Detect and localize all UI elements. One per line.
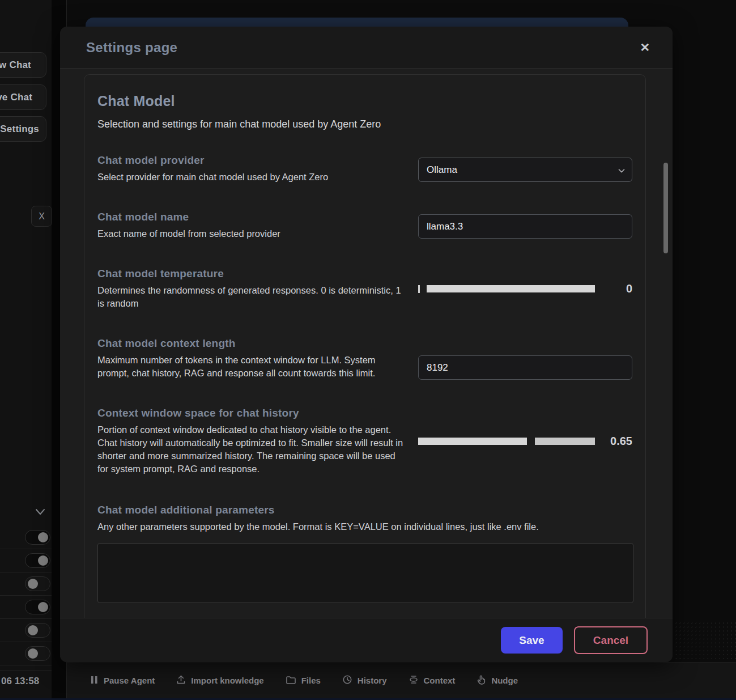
toolbar-label: Context bbox=[424, 676, 456, 685]
chevron-down-icon[interactable] bbox=[33, 506, 47, 517]
sidebar-item-new-chat[interactable]: w Chat bbox=[0, 52, 46, 78]
modal-header: Settings page ✕ bbox=[60, 27, 673, 69]
field-text: Chat model name Exact name of model from… bbox=[97, 211, 405, 240]
clock-icon bbox=[342, 674, 352, 686]
field-description: Exact name of model from selected provid… bbox=[97, 227, 405, 240]
settings-modal: Settings page ✕ Chat Model Selection and… bbox=[60, 27, 673, 662]
section-description: Selection and settings for main chat mod… bbox=[97, 118, 632, 130]
history-button[interactable]: History bbox=[342, 674, 387, 686]
toolbar-label: Nudge bbox=[491, 676, 518, 685]
slider-track[interactable] bbox=[427, 285, 595, 292]
toggle-row bbox=[0, 526, 52, 549]
field-label: Chat model additional parameters bbox=[97, 504, 632, 516]
select-value: Ollama bbox=[427, 164, 457, 176]
import-knowledge-button[interactable]: Import knowledge bbox=[176, 674, 263, 686]
field-control: Ollama bbox=[418, 154, 632, 182]
field-text: Chat model context length Maximum number… bbox=[97, 337, 405, 380]
x-label: X bbox=[39, 211, 45, 222]
sidebar-item-label: Settings bbox=[0, 124, 46, 135]
toolbar-label: Import knowledge bbox=[191, 676, 263, 685]
field-chat-model-temperature: Chat model temperature Determines the ra… bbox=[97, 268, 632, 310]
timestamp: 06 13:58 bbox=[0, 671, 52, 687]
field-description: Any other parameters supported by the mo… bbox=[97, 520, 632, 533]
field-description: Maximum number of tokens in the context … bbox=[97, 354, 405, 380]
toggle-switch[interactable] bbox=[25, 553, 50, 568]
field-description: Portion of context window dedicated to c… bbox=[97, 423, 405, 476]
temperature-value: 0 bbox=[595, 282, 632, 295]
toolbar-label: Pause Agent bbox=[104, 676, 155, 685]
sidebar-item-label: w Chat bbox=[0, 60, 46, 71]
modal-footer: Save Cancel bbox=[60, 618, 673, 662]
files-button[interactable]: Files bbox=[286, 675, 321, 686]
sidebar-close-chat-button[interactable]: X bbox=[31, 206, 52, 227]
toggle-row bbox=[0, 596, 52, 619]
modal-scrollbar[interactable] bbox=[663, 163, 668, 253]
field-control bbox=[418, 211, 632, 239]
field-text: Chat model provider Select provider for … bbox=[97, 154, 405, 184]
modal-title: Settings page bbox=[86, 40, 177, 56]
temperature-slider-row: 0 bbox=[418, 282, 632, 295]
toggle-row bbox=[0, 572, 52, 596]
context-button[interactable]: Context bbox=[409, 674, 456, 686]
modal-body[interactable]: Chat Model Selection and settings for ma… bbox=[60, 69, 673, 618]
field-control bbox=[418, 337, 632, 380]
history-space-slider-row: 0.65 bbox=[418, 435, 632, 448]
cancel-button[interactable]: Cancel bbox=[574, 626, 648, 654]
additional-parameters-textarea[interactable] bbox=[97, 543, 633, 603]
toggle-switch[interactable] bbox=[25, 530, 50, 545]
field-label: Chat model provider bbox=[97, 154, 405, 167]
save-button[interactable]: Save bbox=[501, 627, 563, 654]
hand-icon bbox=[477, 674, 486, 686]
database-icon bbox=[409, 674, 419, 686]
field-text: Context window space for chat history Po… bbox=[97, 407, 405, 476]
toggle-row bbox=[0, 549, 52, 572]
toggle-row bbox=[0, 642, 52, 665]
folder-icon bbox=[286, 675, 296, 686]
app-root: w Chat ve Chat Settings X bbox=[0, 0, 736, 700]
pause-icon bbox=[90, 675, 99, 686]
background-texture bbox=[674, 621, 736, 660]
slider-track-filled[interactable] bbox=[418, 438, 527, 445]
context-length-input[interactable] bbox=[418, 355, 632, 380]
field-chat-model-context-length: Chat model context length Maximum number… bbox=[97, 337, 632, 380]
chevron-down-icon bbox=[618, 164, 625, 176]
field-control: 0 bbox=[418, 282, 632, 295]
field-context-window-space: Context window space for chat history Po… bbox=[97, 407, 632, 476]
sidebar-item-settings[interactable]: Settings bbox=[0, 116, 46, 142]
toggle-switch[interactable] bbox=[25, 576, 50, 591]
slider-thumb[interactable] bbox=[418, 285, 420, 293]
field-text: Chat model temperature Determines the ra… bbox=[97, 268, 405, 310]
field-control: 0.65 bbox=[418, 435, 632, 448]
sidebar-toggle-list bbox=[0, 526, 52, 665]
temperature-slider[interactable] bbox=[418, 285, 595, 294]
nudge-button[interactable]: Nudge bbox=[477, 674, 518, 686]
field-label: Chat model name bbox=[97, 211, 405, 223]
field-description: Determines the randomness of generated r… bbox=[97, 284, 405, 310]
section-heading: Chat Model bbox=[97, 93, 632, 109]
field-chat-model-provider: Chat model provider Select provider for … bbox=[97, 154, 632, 184]
chat-model-section: Chat Model Selection and settings for ma… bbox=[84, 74, 646, 618]
field-description: Select provider for main chat model used… bbox=[97, 171, 405, 184]
history-space-slider[interactable] bbox=[418, 437, 595, 446]
pause-agent-button[interactable]: Pause Agent bbox=[90, 675, 155, 686]
chat-model-name-input[interactable] bbox=[418, 214, 632, 239]
history-space-value: 0.65 bbox=[595, 435, 632, 448]
slider-track[interactable] bbox=[535, 438, 595, 445]
sidebar: w Chat ve Chat Settings X bbox=[0, 0, 52, 698]
field-label: Chat model context length bbox=[97, 337, 405, 350]
field-chat-model-name: Chat model name Exact name of model from… bbox=[97, 211, 632, 240]
upload-icon bbox=[176, 674, 186, 686]
toolbar-label: Files bbox=[301, 676, 321, 685]
toggle-row bbox=[0, 619, 52, 642]
chat-model-provider-select[interactable]: Ollama bbox=[418, 158, 632, 182]
toggle-switch[interactable] bbox=[25, 646, 50, 661]
toolbar-label: History bbox=[358, 676, 387, 685]
sidebar-item-label: ve Chat bbox=[0, 92, 46, 103]
toggle-switch[interactable] bbox=[25, 623, 50, 638]
toggle-switch[interactable] bbox=[25, 600, 50, 614]
sidebar-item-save-chat[interactable]: ve Chat bbox=[0, 84, 46, 110]
close-icon[interactable]: ✕ bbox=[640, 41, 650, 54]
field-label: Chat model temperature bbox=[97, 268, 405, 280]
bottom-toolbar: Pause Agent Import knowledge Files Histo… bbox=[67, 662, 736, 698]
field-additional-parameters: Chat model additional parameters Any oth… bbox=[97, 504, 632, 605]
